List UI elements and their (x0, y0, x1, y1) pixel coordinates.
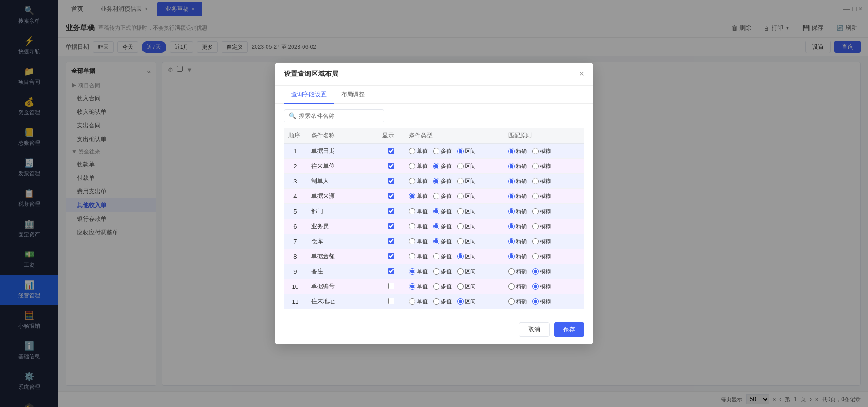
type-range-option[interactable]: 区间 (457, 163, 476, 170)
type-single-option[interactable]: 单值 (409, 148, 428, 155)
type-range-option[interactable]: 区间 (457, 178, 476, 185)
match-exact-option[interactable]: 精确 (508, 148, 527, 155)
type-multiple-option[interactable]: 多值 (433, 253, 452, 260)
type-multiple-option[interactable]: 多值 (433, 163, 452, 170)
type-single-option[interactable]: 单值 (409, 208, 428, 215)
type-range-option[interactable]: 区间 (457, 148, 476, 155)
match-exact-option[interactable]: 精确 (508, 268, 527, 275)
row-order: 6 (284, 219, 307, 234)
tab-fields[interactable]: 查询字段设置 (284, 86, 334, 104)
row-match-cell: 精确模糊 (504, 189, 584, 204)
dialog-search-area: 🔍 (275, 104, 593, 128)
show-checkbox[interactable] (388, 223, 394, 229)
dialog-title: 设置查询区域布局 (284, 70, 338, 78)
show-checkbox[interactable] (388, 163, 394, 169)
type-range-option[interactable]: 区间 (457, 298, 476, 305)
row-match-cell: 精确模糊 (504, 159, 584, 174)
row-match-cell: 精确模糊 (504, 249, 584, 264)
row-condition-name: 仓库 (307, 234, 378, 249)
match-exact-option[interactable]: 精确 (508, 163, 527, 170)
type-multiple-option[interactable]: 多值 (433, 298, 452, 305)
match-exact-option[interactable]: 精确 (508, 208, 527, 215)
match-fuzzy-option[interactable]: 模糊 (532, 253, 551, 260)
row-show-cell (378, 174, 404, 189)
search-input-wrapper: 🔍 (284, 109, 384, 122)
type-single-option[interactable]: 单值 (409, 238, 428, 245)
row-condition-name: 往来单位 (307, 159, 378, 174)
dialog-overlay: 设置查询区域布局 × 查询字段设置 布局调整 🔍 顺序 条件名称 显示 (0, 0, 868, 407)
type-multiple-option[interactable]: 多值 (433, 268, 452, 275)
row-order: 2 (284, 159, 307, 174)
match-exact-option[interactable]: 精确 (508, 298, 527, 305)
type-multiple-option[interactable]: 多值 (433, 193, 452, 200)
show-checkbox[interactable] (388, 298, 394, 304)
match-fuzzy-option[interactable]: 模糊 (532, 163, 551, 170)
type-multiple-option[interactable]: 多值 (433, 148, 452, 155)
match-exact-option[interactable]: 精确 (508, 223, 527, 230)
show-checkbox[interactable] (388, 253, 394, 259)
conditions-search-input[interactable] (299, 112, 379, 119)
row-order: 11 (284, 294, 307, 309)
type-single-option[interactable]: 单值 (409, 298, 428, 305)
match-exact-option[interactable]: 精确 (508, 283, 527, 290)
match-exact-option[interactable]: 精确 (508, 238, 527, 245)
type-multiple-option[interactable]: 多值 (433, 238, 452, 245)
match-fuzzy-option[interactable]: 模糊 (532, 268, 551, 275)
save-dialog-button[interactable]: 保存 (554, 322, 584, 337)
match-fuzzy-option[interactable]: 模糊 (532, 223, 551, 230)
type-multiple-option[interactable]: 多值 (433, 283, 452, 290)
show-checkbox[interactable] (388, 193, 394, 199)
row-type-cell: 单值多值区间 (404, 234, 503, 249)
type-range-option[interactable]: 区间 (457, 268, 476, 275)
type-single-option[interactable]: 单值 (409, 223, 428, 230)
match-exact-option[interactable]: 精确 (508, 178, 527, 185)
type-range-option[interactable]: 区间 (457, 193, 476, 200)
match-fuzzy-option[interactable]: 模糊 (532, 178, 551, 185)
show-checkbox[interactable] (388, 283, 394, 289)
table-row: 3制单人单值多值区间精确模糊 (284, 174, 584, 189)
match-fuzzy-option[interactable]: 模糊 (532, 208, 551, 215)
row-show-cell (378, 159, 404, 174)
type-single-option[interactable]: 单值 (409, 193, 428, 200)
row-type-cell: 单值多值区间 (404, 144, 503, 159)
type-single-option[interactable]: 单值 (409, 178, 428, 185)
type-range-option[interactable]: 区间 (457, 283, 476, 290)
match-fuzzy-option[interactable]: 模糊 (532, 193, 551, 200)
table-row: 7仓库单值多值区间精确模糊 (284, 234, 584, 249)
row-type-cell: 单值多值区间 (404, 249, 503, 264)
type-single-option[interactable]: 单值 (409, 268, 428, 275)
cancel-button[interactable]: 取消 (519, 322, 550, 337)
match-fuzzy-option[interactable]: 模糊 (532, 148, 551, 155)
show-checkbox[interactable] (388, 268, 394, 274)
type-range-option[interactable]: 区间 (457, 223, 476, 230)
match-fuzzy-option[interactable]: 模糊 (532, 238, 551, 245)
type-range-option[interactable]: 区间 (457, 238, 476, 245)
row-condition-name: 单据编号 (307, 279, 378, 294)
dialog-tabs: 查询字段设置 布局调整 (275, 86, 593, 104)
match-exact-option[interactable]: 精确 (508, 253, 527, 260)
show-checkbox[interactable] (388, 208, 394, 214)
match-fuzzy-option[interactable]: 模糊 (532, 283, 551, 290)
type-single-option[interactable]: 单值 (409, 253, 428, 260)
type-single-option[interactable]: 单值 (409, 283, 428, 290)
type-single-option[interactable]: 单值 (409, 163, 428, 170)
type-multiple-option[interactable]: 多值 (433, 208, 452, 215)
type-range-option[interactable]: 区间 (457, 208, 476, 215)
match-fuzzy-option[interactable]: 模糊 (532, 298, 551, 305)
match-exact-option[interactable]: 精确 (508, 193, 527, 200)
type-multiple-option[interactable]: 多值 (433, 223, 452, 230)
row-show-cell (378, 189, 404, 204)
table-row: 4单据来源单值多值区间精确模糊 (284, 189, 584, 204)
type-multiple-option[interactable]: 多值 (433, 178, 452, 185)
row-match-cell: 精确模糊 (504, 219, 584, 234)
show-checkbox[interactable] (388, 148, 394, 154)
dialog-close-button[interactable]: × (579, 69, 584, 79)
tab-layout[interactable]: 布局调整 (334, 86, 372, 104)
show-checkbox[interactable] (388, 178, 394, 184)
show-checkbox[interactable] (388, 238, 394, 244)
row-show-cell (378, 249, 404, 264)
type-range-option[interactable]: 区间 (457, 253, 476, 260)
table-row: 2往来单位单值多值区间精确模糊 (284, 159, 584, 174)
row-show-cell (378, 264, 404, 279)
table-row: 10单据编号单值多值区间精确模糊 (284, 279, 584, 294)
